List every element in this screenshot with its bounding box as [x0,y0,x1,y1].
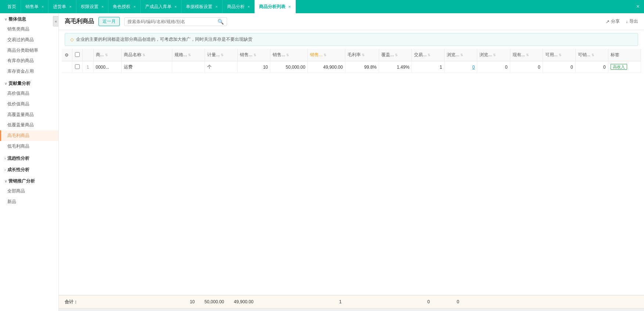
settings-icon: ⚙ [65,53,69,58]
row-index: 1 [82,61,93,73]
col-spec[interactable]: 规格... ⇅ [172,49,205,61]
col-index [82,49,93,61]
chevron-right-icon: › [4,156,6,160]
close-analysis-list-tab[interactable]: × [288,4,291,9]
nav-tab-home[interactable]: 首页 [3,0,21,13]
col-code[interactable]: 商... ⇅ [93,49,121,61]
col-current[interactable]: 现有... ⇅ [510,49,543,61]
nav-tab-analysis[interactable]: 商品分析 × [223,0,255,13]
col-browse2[interactable]: 浏览... ⇅ [477,49,510,61]
nav-tab-product-entry[interactable]: 产成品入库单 × [141,0,181,13]
row-sales-qty: 10 [238,61,270,73]
browse1-link[interactable]: 0 [472,65,475,70]
sort-icon-6: ⇅ [286,53,289,57]
col-available[interactable]: 可用... ⇅ [543,49,575,61]
sidebar-group-overall-title[interactable]: ∨ 整体信息 [0,13,58,24]
share-icon: ↗ [606,19,609,24]
col-gross-rate[interactable]: 毛利率 ⇅ [345,49,379,61]
col-browse1[interactable]: 浏览... ⇅ [445,49,477,61]
close-purchase-tab[interactable]: × [69,4,71,9]
sort-icon-12: ⇅ [493,53,496,57]
horizontal-scrollbar[interactable] [59,308,644,311]
col-trade[interactable]: 交易... ⇅ [412,49,445,61]
table-header-row: ⚙ 商... ⇅ [62,49,641,61]
search-input[interactable] [127,19,215,24]
row-select-checkbox[interactable] [75,64,80,69]
tag-badge: 高收入 [611,64,627,70]
sidebar-group-growth-title[interactable]: › 成长性分析 [0,164,58,174]
nav-tab-permissions[interactable]: 权限设置 × [76,0,108,13]
select-all-checkbox[interactable] [75,52,80,57]
sidebar-item-sales-goods[interactable]: 销售类商品 [0,24,58,35]
nav-tab-analysis-list[interactable]: 商品分析列表 × [255,0,295,13]
row-code: 0000... [93,61,121,73]
sort-icon-13: ⇅ [526,53,529,57]
sidebar-item-new-goods[interactable]: 新品 [0,196,58,207]
footer-saleable: 0 [432,299,461,304]
col-settings[interactable]: ⚙ [62,49,72,61]
footer-sales-amt: 50,000.00 [197,299,226,304]
col-tag: 标签 [608,49,641,61]
info-icon: ◇ [70,37,74,42]
sidebar-group-trend-title[interactable]: › 流趋性分析 [0,152,58,163]
footer-label: 合计： [65,299,87,305]
sort-icon-15: ⇅ [591,53,594,57]
nav-tab-roles[interactable]: 角色授权 × [108,0,140,13]
sidebar-group-overall: ∨ 整体信息 销售类商品 交易过的商品 商品分类助销率 有库存的商品 库存资金占… [0,13,58,77]
close-analysis-tab[interactable]: × [248,4,250,9]
filter-recent-month-button[interactable]: 近一月 [98,17,120,26]
close-roles-tab[interactable]: × [133,4,136,9]
export-button[interactable]: ↓ 导出 [626,18,638,25]
sidebar-item-low-coverage[interactable]: 低覆盖量商品 [0,120,58,130]
footer-spacer-1 [87,299,168,304]
close-template-tab[interactable]: × [215,4,217,9]
header-actions: ↗ 分享 ↓ 导出 [606,18,638,25]
nav-tab-purchase[interactable]: 进货单 × [48,0,76,13]
sidebar-item-high-gross[interactable]: 高毛利商品 [0,130,58,141]
sort-icon-9: ⇅ [395,53,398,57]
row-saleable: 0 [575,61,608,73]
sidebar-item-category-assist[interactable]: 商品分类助销率 [0,45,58,56]
row-checkbox [72,61,82,73]
sidebar-item-all-goods[interactable]: 全部商品 [0,186,58,196]
sidebar-item-stock-capital[interactable]: 库存资金占用 [0,66,58,77]
search-icon[interactable]: 🔍 [217,19,224,25]
data-table: ⚙ 商... ⇅ [62,49,641,73]
footer-available: 0 [403,299,432,304]
col-unit[interactable]: 计量... ⇅ [205,49,238,61]
sidebar-item-low-gross[interactable]: 低毛利商品 [0,141,58,152]
col-saleable[interactable]: 可销... ⇅ [575,49,608,61]
sidebar-group-trend: › 流趋性分析 [0,152,58,163]
row-browse2: 0 [477,61,510,73]
close-product-entry-tab[interactable]: × [175,4,177,9]
sidebar-group-marketing-title[interactable]: ∨ 营销推广分析 [0,175,58,186]
footer-cells: 10 50,000.00 49,900.00 1 0 0 [87,299,638,304]
chevron-down-icon: ∨ [4,17,7,21]
sidebar-item-high-coverage[interactable]: 高覆盖量商品 [0,109,58,120]
sidebar-item-in-stock-goods[interactable]: 有库存的商品 [0,55,58,66]
sort-icon-11: ⇅ [460,53,463,57]
sidebar-group-growth: › 成长性分析 [0,164,58,174]
col-sales-amt[interactable]: 销售... ⇅ [270,49,308,61]
window-close-button[interactable]: × [636,3,640,10]
share-button[interactable]: ↗ 分享 [606,18,620,25]
sidebar-item-low-value[interactable]: 低价值商品 [0,99,58,109]
sidebar-group-contribution-title[interactable]: ∨ 贡献量分析 [0,77,58,88]
sidebar-item-traded-goods[interactable]: 交易过的商品 [0,35,58,45]
col-coverage[interactable]: 覆盖... ⇅ [379,49,412,61]
nav-tab-sales[interactable]: 销售单 × [21,0,48,13]
row-unit: 个 [205,61,238,73]
sidebar: « ∨ 整体信息 销售类商品 交易过的商品 商品分类助销率 有库存的商品 库存资… [0,13,59,311]
close-permissions-tab[interactable]: × [101,4,104,9]
footer-total-row: 合计： 10 50,000.00 49,900.00 1 0 0 [59,295,644,308]
col-sales-cost[interactable]: 销售... ⇅ [308,49,345,61]
sidebar-collapse-button[interactable]: « [53,16,59,26]
sidebar-item-high-value[interactable]: 高价值商品 [0,88,58,99]
col-checkbox [72,49,82,61]
col-sales-qty[interactable]: 销售... ⇅ [238,49,270,61]
close-sales-tab[interactable]: × [42,4,44,9]
col-name[interactable]: 商品名称 ⇅ [121,49,172,61]
row-browse1[interactable]: 0 [445,61,477,73]
content-area: 高毛利商品 近一月 🔍 ↗ 分享 ↓ 导出 ◇ 企业的主要的利润都是这部分商品创… [59,13,644,311]
nav-tab-template[interactable]: 单据模板设置 × [181,0,222,13]
